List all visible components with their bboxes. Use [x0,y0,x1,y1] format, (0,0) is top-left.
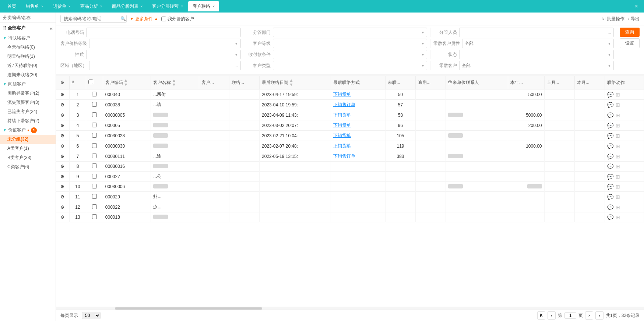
adv-region-select[interactable]: … [89,61,241,70]
grid-action-icon[interactable]: ⊞ [616,204,620,210]
horizontal-scrollbar[interactable] [56,307,644,310]
this-month-col-header[interactable]: 本月... [574,76,605,89]
grid-action-icon[interactable]: ⊞ [616,174,620,180]
chat-icon[interactable]: 💬 [607,154,613,159]
contact-way-link[interactable]: 下销货单 [333,133,351,138]
not-contacted-col-header[interactable]: 未联... [386,76,416,89]
sidebar-item-b-class[interactable]: B类客户(33) [0,153,56,162]
last-contact-date-col-header[interactable]: 最后联络日期 ▲▼ [260,76,331,89]
grid-action-icon[interactable]: ⊞ [616,154,620,159]
chat-icon[interactable]: 💬 [607,143,613,149]
first-page-btn[interactable]: K [537,311,545,320]
reset-button[interactable]: 设置 [620,38,640,48]
sidebar-item-overdue[interactable]: 逾期未联络(30) [0,70,56,80]
last-page-btn[interactable]: › [595,311,603,320]
tab-purchase-close[interactable]: × [68,4,71,8]
adv-customer-level-select[interactable]: ▼ [273,39,427,48]
page-number-input[interactable] [564,312,576,319]
tab-sales-close[interactable]: × [41,4,43,8]
contact-col-header[interactable]: 联络... [229,76,260,89]
tab-customer-layer[interactable]: 客户分层经营 × [148,1,187,11]
chat-icon[interactable]: 💬 [607,184,613,190]
select-all-checkbox[interactable] [88,80,93,84]
sidebar-item-warning[interactable]: 流失预警客户(3) [0,98,56,107]
grid-action-icon[interactable]: ⊞ [616,112,620,118]
row-settings[interactable]: ⚙ [56,141,69,151]
grid-action-icon[interactable]: ⊞ [616,133,620,139]
row-settings[interactable]: ⚙ [56,120,69,131]
sidebar-item-tomorrow[interactable]: 明天待联络(1) [0,52,56,61]
row-checkbox[interactable] [92,133,97,138]
contact-way-link[interactable]: 下销售订单 [333,102,355,107]
type-col-header[interactable]: 客户... [199,76,229,89]
row-checkbox[interactable] [92,174,97,179]
settings-col-header[interactable]: ⚙ [56,76,69,89]
sidebar-item-a-class[interactable]: A类客户(1) [0,144,56,153]
name-col-header[interactable]: 客户名称 ▲▼ [151,76,199,89]
tab-sales[interactable]: 销售单 × [21,1,48,11]
prev-page-btn[interactable]: ‹ [548,311,556,320]
contact-way-link[interactable]: 下销货单 [333,123,351,128]
row-settings[interactable]: ⚙ [56,212,69,222]
next-page-btn[interactable]: › [585,311,593,320]
grid-action-icon[interactable]: ⊞ [616,143,620,149]
sidebar-item-lost[interactable]: 已流失客户(24) [0,107,56,116]
row-settings[interactable]: ⚙ [56,202,69,212]
chat-icon[interactable]: 💬 [607,92,613,98]
grid-action-icon[interactable]: ⊞ [616,163,620,169]
my-customers-checkbox[interactable] [161,17,166,21]
contact-way-link[interactable]: 下销货单 [333,143,351,148]
contact-way-link[interactable]: 下销货单 [333,92,351,97]
grid-action-icon[interactable]: ⊞ [616,184,620,190]
row-settings[interactable]: ⚙ [56,162,69,172]
tab-product-list-close[interactable]: × [141,4,143,8]
row-settings[interactable]: ⚙ [56,131,69,141]
row-settings[interactable]: ⚙ [56,182,69,192]
chat-icon[interactable]: 💬 [607,133,613,139]
chat-icon[interactable]: 💬 [607,204,613,210]
row-checkbox[interactable] [92,123,97,127]
chat-icon[interactable]: 💬 [607,214,613,220]
tab-customer-layer-close[interactable]: × [181,4,183,8]
company-contact-col-header[interactable]: 往来单位联系人 [446,76,508,89]
chat-icon[interactable]: 💬 [607,112,613,118]
sidebar-item-declining[interactable]: 持续下滑客户(2) [0,116,56,126]
this-year-col-header[interactable]: 本年... [508,76,544,89]
last-month-col-header[interactable]: 上月... [544,76,574,89]
adv-customer-type-select[interactable]: ▼ [273,61,427,70]
chat-icon[interactable]: 💬 [607,123,613,128]
grid-action-icon[interactable]: ⊞ [616,123,620,128]
batch-op-btn[interactable]: ☑ 批量操作 [602,16,624,22]
adv-scatter-attr-select[interactable]: 全部 ▼ [462,39,614,48]
row-checkbox[interactable] [92,143,97,148]
sidebar-item-ungroup[interactable]: 未分组(32) [0,135,56,144]
tab-customer-contact-close[interactable]: × [212,4,215,8]
adv-price-level-select[interactable]: ▼ [89,39,241,48]
row-settings[interactable]: ⚙ [56,172,69,182]
tab-home[interactable]: 首页 [3,1,21,11]
code-sort-icon[interactable]: ▲▼ [124,78,128,87]
chat-icon[interactable]: 💬 [607,102,613,108]
tab-product-analysis-close[interactable]: × [100,4,102,8]
row-checkbox[interactable] [92,214,97,219]
adv-person-select[interactable]: … [459,28,614,37]
sidebar-item-abnormal[interactable]: 囤购异常客户(2) [0,89,56,98]
grid-action-icon[interactable]: ⊞ [616,92,620,98]
main-search-input[interactable] [64,16,119,21]
more-conditions-btn[interactable]: ▼ 更多条件 ▲ [130,16,158,22]
tab-product-analysis[interactable]: 商品分析 × [76,1,107,11]
row-settings[interactable]: ⚙ [56,100,69,110]
close-all-btn[interactable]: × [632,3,641,10]
row-settings[interactable]: ⚙ [56,151,69,162]
adv-nature-select[interactable]: ▼ [86,50,241,59]
code-col-header[interactable]: 客户编码 ▲▼ [103,76,151,89]
row-checkbox[interactable] [92,194,97,199]
last-contact-way-col-header[interactable]: 最后联络方式 [331,76,385,89]
row-checkbox[interactable] [92,204,97,209]
row-checkbox[interactable] [92,112,97,117]
adv-phone-input[interactable] [86,28,241,37]
chat-icon[interactable]: 💬 [607,174,613,180]
export-btn[interactable]: ↓ 导出 [627,16,640,22]
row-checkbox[interactable] [92,154,97,158]
chat-icon[interactable]: 💬 [607,194,613,200]
